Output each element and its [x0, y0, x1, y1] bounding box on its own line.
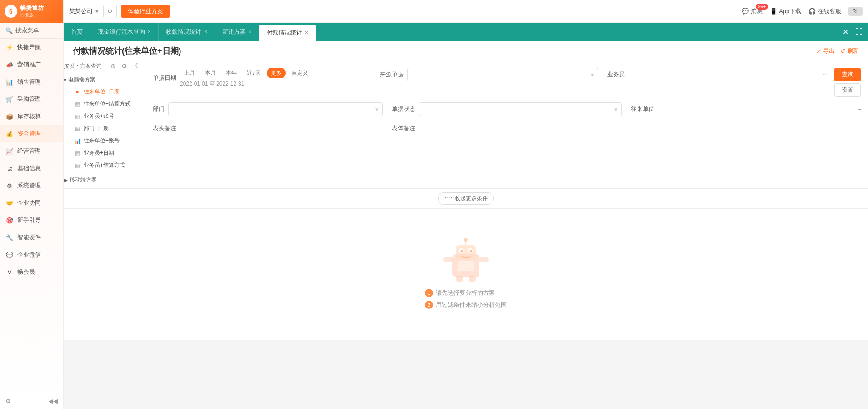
sidebar-item-member[interactable]: V 畅会员	[0, 263, 63, 281]
tab-close-icon[interactable]: ×	[305, 30, 308, 36]
scheme-item-unit-date[interactable]: ● 往来单位+日期	[71, 86, 140, 98]
svg-point-4	[461, 250, 463, 252]
staff-input[interactable]	[629, 68, 818, 81]
date-buttons: 上月 本月 本年 近7天 更多 自定义	[180, 68, 312, 78]
scheme-list-desktop: ● 往来单位+日期 ▦ 往来单位+结算方式 ▦ 业务员+账号 ▦	[64, 86, 140, 172]
search-icon: 🔍	[5, 27, 13, 34]
purchase-icon: 🛒	[5, 95, 14, 103]
scheme-item-dept-date[interactable]: ▦ 部门+日期	[71, 122, 140, 135]
dept-select[interactable]: ▾	[168, 102, 383, 116]
sidebar-item-inventory[interactable]: 📦 库存核算	[0, 108, 63, 125]
refresh-button[interactable]: ↺ 刷新	[840, 47, 859, 55]
scheme-item-staff-settle[interactable]: ▦ 业务员+结算方式	[71, 159, 140, 172]
tab-close-icon[interactable]: ×	[148, 29, 151, 35]
scheme-item-staff-account[interactable]: ▦ 业务员+账号	[71, 110, 140, 122]
sidebar-item-sales[interactable]: 📊 销售管理	[0, 73, 63, 91]
sidebar-item-hardware[interactable]: 🔧 智能硬件	[0, 229, 63, 246]
add-scheme-icon[interactable]: ⊕	[109, 61, 118, 71]
filter-field-doc-status: 单据状态 ▾	[392, 102, 622, 116]
sidebar-item-finance[interactable]: 💰 资金管理	[0, 125, 63, 142]
body-note-input[interactable]	[419, 121, 622, 135]
company-name: 某某公司	[69, 7, 93, 15]
collapse-bar[interactable]: ⌃⌃ 收起更多条件	[64, 189, 868, 209]
category-arrow-icon: ▾	[64, 77, 66, 83]
date-btn-last-month[interactable]: 上月	[180, 68, 199, 78]
sidebar-search[interactable]: 🔍 搜索菜单	[0, 23, 63, 39]
date-btn-more[interactable]: 更多	[267, 68, 286, 78]
service-button[interactable]: 🎧 在线客服	[808, 7, 841, 15]
tab-income-stats[interactable]: 收款情况统计 ×	[159, 23, 215, 41]
tab-payment-stats[interactable]: 付款情况统计 ×	[259, 25, 316, 41]
collapse-button[interactable]: ⌃⌃ 收起更多条件	[438, 192, 494, 205]
svg-point-5	[470, 250, 472, 252]
query-button[interactable]: 查询	[834, 68, 861, 81]
sidebar-item-enterprise[interactable]: 🤝 企业协同	[0, 194, 63, 212]
enterprise-icon: 🤝	[5, 199, 14, 207]
trial-button[interactable]: 体验行业方案	[121, 5, 170, 18]
sidebar-item-basic[interactable]: 🗂 基础信息	[0, 160, 63, 177]
date-btn-custom[interactable]: 自定义	[288, 68, 312, 78]
tip-number-1: 1	[425, 289, 433, 297]
header-note-input[interactable]	[180, 121, 383, 135]
scheme-item-label: 部门+日期	[84, 125, 109, 132]
date-range-display: 2022-01-01 至 2022-12-31	[180, 80, 312, 88]
date-btn-this-month[interactable]: 本月	[201, 68, 220, 78]
table-scheme-icon: ▦	[74, 162, 81, 169]
scheme-item-label: 业务员+账号	[84, 112, 114, 120]
sidebar-item-purchase[interactable]: 🛒 采购管理	[0, 91, 63, 108]
category-arrow-icon: ▶	[64, 177, 68, 183]
date-btn-7days[interactable]: 近7天	[243, 68, 265, 78]
user-avatar[interactable]: Rit	[848, 7, 863, 16]
doc-status-select[interactable]: ▾	[419, 102, 622, 116]
scheme-item-unit-settle[interactable]: ▦ 往来单位+结算方式	[71, 98, 140, 110]
close-all-tabs-icon[interactable]: ✕	[840, 26, 851, 37]
settings-icon[interactable]: ⚙	[5, 398, 11, 404]
source-select[interactable]: ▾	[407, 68, 598, 81]
filter-form: 单据日期 上月 本月 本年 近7天 更多 自定义 2022-01-01 至 20…	[145, 61, 868, 188]
sidebar-item-label: 新手引导	[17, 216, 41, 224]
counterpart-dots[interactable]: ···	[858, 105, 861, 113]
scheme-category-mobile: ▶ 移动端方案	[64, 174, 140, 186]
export-button[interactable]: ↗ 导出	[816, 47, 835, 55]
settings-button[interactable]: 设置	[834, 83, 861, 97]
tab-close-icon[interactable]: ×	[204, 29, 207, 35]
empty-tip-1: 1 请先选择要分析的方案	[425, 289, 507, 297]
collapse-sidebar-icon[interactable]: ◀◀	[49, 398, 58, 404]
desktop-category-header[interactable]: ▾ 电脑端方案	[64, 74, 140, 86]
expand-icon[interactable]: ⛶	[853, 26, 864, 37]
refresh-icon: ↺	[840, 48, 845, 55]
date-btn-this-year[interactable]: 本年	[222, 68, 241, 78]
sidebar-item-quick-nav[interactable]: ⚡ 快捷导航	[0, 39, 63, 56]
sidebar-item-marketing[interactable]: 📣 营销推广	[0, 56, 63, 73]
tab-home[interactable]: 首页	[64, 23, 90, 41]
phone-icon: 📱	[770, 8, 777, 15]
member-icon: V	[5, 268, 14, 276]
collapse-scheme-icon[interactable]: 《	[130, 61, 140, 71]
sidebar-item-system[interactable]: ⚙ 系统管理	[0, 177, 63, 194]
mobile-category-header[interactable]: ▶ 移动端方案	[64, 174, 140, 186]
select-arrow-icon: ▾	[614, 106, 618, 113]
tab-close-icon[interactable]: ×	[249, 29, 252, 35]
finance-icon: 💰	[5, 130, 14, 138]
settings-scheme-icon[interactable]: ⚙	[120, 61, 129, 71]
sales-icon: 📊	[5, 78, 14, 86]
tab-bank-flow[interactable]: 现金银行流水查询 ×	[90, 23, 159, 41]
svg-rect-9	[469, 276, 476, 282]
counterpart-input[interactable]	[658, 102, 854, 116]
staff-dots[interactable]: ···	[822, 71, 825, 79]
category-label: 电脑端方案	[68, 76, 95, 84]
logo-icon: 6	[5, 5, 17, 18]
tab-new-scheme[interactable]: 新建方案 ×	[215, 23, 259, 41]
staff-label: 业务员	[607, 71, 625, 79]
sidebar-item-operations[interactable]: 📈 经营管理	[0, 142, 63, 160]
settings-button[interactable]: ⚙	[103, 5, 117, 18]
sidebar-item-wechat[interactable]: 💬 企业微信	[0, 246, 63, 263]
message-button[interactable]: 💬 消息 99+	[742, 7, 763, 15]
header-note-label: 表头备注	[153, 124, 176, 132]
topbar: 某某公司 ▾ ⚙ 体验行业方案 💬 消息 99+ 📱 App下载 🎧 在线客服 …	[64, 0, 868, 23]
app-download-button[interactable]: 📱 App下载	[770, 7, 801, 15]
sidebar-item-guide[interactable]: 🎯 新手引导	[0, 212, 63, 229]
scheme-item-staff-date[interactable]: ▦ 业务员+日期	[71, 147, 140, 159]
scheme-item-unit-account[interactable]: 📊 往来单位+账号	[71, 135, 140, 147]
company-selector[interactable]: 某某公司 ▾	[69, 7, 99, 15]
